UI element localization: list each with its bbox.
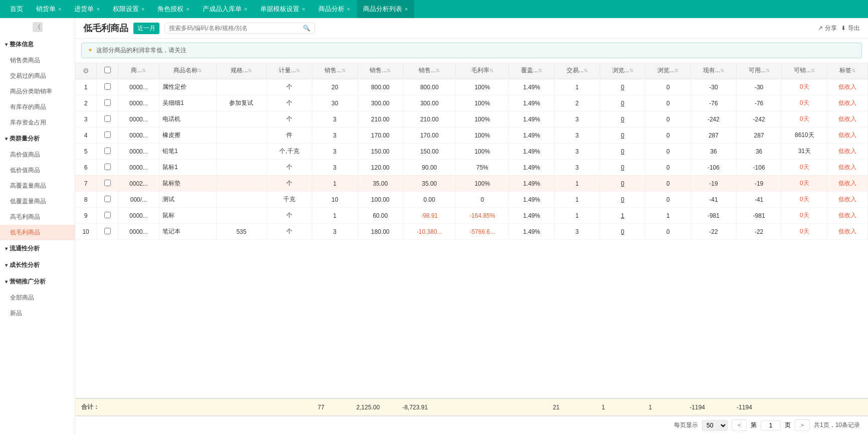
nav-close-销货单[interactable]: × (58, 6, 61, 12)
row-checkbox[interactable] (104, 148, 111, 154)
td-code: 0000... (118, 160, 159, 176)
td-trade: 3 (555, 127, 600, 143)
export-button[interactable]: ⬇ 导出 (841, 24, 860, 33)
td-tag: 低收入 (827, 208, 868, 224)
sidebar-section-营销推广分析[interactable]: ▾营销推广分析 (0, 273, 75, 290)
td-browse2: 0 (645, 79, 691, 95)
nav-item-商品分析[interactable]: 商品分析× (312, 0, 356, 18)
td-browse2: 0 (645, 95, 691, 111)
sidebar-item-高覆盖量商品[interactable]: 高覆盖量商品 (0, 178, 75, 194)
td-checkbox (97, 160, 118, 176)
row-checkbox[interactable] (104, 212, 111, 218)
search-box: 🔍 (164, 23, 315, 34)
td-cover: 1.49% (509, 208, 555, 224)
arrow-icon: ▾ (5, 136, 8, 141)
sidebar-item-低覆盖量商品[interactable]: 低覆盖量商品 (0, 194, 75, 209)
sidebar: 《▾整体信息销售类商品交易过的商品商品分类助销率有库存的商品库存资金占用▾类群量… (0, 18, 75, 434)
sidebar-item-低价值商品[interactable]: 低价值商品 (0, 163, 75, 178)
td-browse1[interactable]: 0 (600, 224, 645, 240)
td-browse1[interactable]: 0 (600, 143, 645, 160)
th-settings[interactable]: ⚙ (75, 62, 97, 79)
page-size-select[interactable]: 50 100 (702, 420, 728, 431)
nav-close-产成品入库单[interactable]: × (244, 6, 247, 12)
period-button[interactable]: 近一月 (133, 23, 159, 34)
prev-page-button[interactable]: ＜ (732, 419, 747, 431)
td-browse1[interactable]: 1 (600, 208, 645, 224)
search-icon[interactable]: 🔍 (303, 25, 310, 32)
nav-item-销货单[interactable]: 销货单× (30, 0, 67, 18)
settings-icon[interactable]: ⚙ (83, 67, 89, 75)
share-label: 分享 (825, 24, 837, 33)
sidebar-item-销售类商品[interactable]: 销售类商品 (0, 53, 75, 68)
td-browse1[interactable]: 0 (600, 95, 645, 111)
td-browse1[interactable]: 0 (600, 127, 645, 143)
footer-available: -1194 (721, 404, 768, 411)
td-current: -41 (691, 192, 737, 208)
nav-close-单据模板设置[interactable]: × (302, 6, 305, 12)
sidebar-item-全部商品[interactable]: 全部商品 (0, 290, 75, 306)
nav-item-商品分析列表[interactable]: 商品分析列表× (357, 0, 414, 18)
nav-item-首页[interactable]: 首页 (4, 0, 29, 18)
search-input[interactable] (169, 25, 301, 32)
share-button[interactable]: ↗ 分享 (818, 24, 837, 33)
th-sales-qty: 销售...⇅ (312, 62, 358, 79)
table-body: 1 0000... 属性定价 个 20 800.00 800.00 100% 1… (75, 79, 868, 240)
nav-item-单据模板设置[interactable]: 单据模板设置× (254, 0, 311, 18)
td-browse1[interactable]: 0 (600, 176, 645, 192)
nav-close-权限设置[interactable]: × (141, 6, 144, 12)
page-title: 低毛利商品 (83, 22, 128, 34)
nav-item-进货单[interactable]: 进货单× (68, 0, 105, 18)
td-unit: 千克 (267, 192, 312, 208)
nav-item-角色授权[interactable]: 角色授权× (151, 0, 195, 18)
td-browse1[interactable]: 0 (600, 192, 645, 208)
sidebar-item-库存资金占用[interactable]: 库存资金占用 (0, 115, 75, 130)
row-checkbox[interactable] (104, 115, 111, 122)
nav-item-产成品入库单[interactable]: 产成品入库单× (197, 0, 253, 18)
sidebar-section-成长性分析[interactable]: ▾成长性分析 (0, 257, 75, 273)
sidebar-item-高价值商品[interactable]: 高价值商品 (0, 147, 75, 163)
sidebar-item-有库存的商品[interactable]: 有库存的商品 (0, 99, 75, 115)
nav-close-角色授权[interactable]: × (186, 6, 189, 12)
sidebar-item-商品分类助销率[interactable]: 商品分类助销率 (0, 84, 75, 99)
table-container: ⚙ 商...⇅ 商品名称⇅ 规格...⇅ 计量...⇅ 销售...⇅ 销售...… (75, 62, 868, 398)
content-area: 低毛利商品 近一月 🔍 ↗ 分享 ⬇ 导出 ✦ 这部分商品的利润非常低，请关注 (75, 18, 868, 434)
td-browse1[interactable]: 0 (600, 160, 645, 176)
td-browse1[interactable]: 0 (600, 111, 645, 127)
footer-label: 合计： (81, 403, 99, 411)
td-no: 1 (75, 79, 97, 95)
row-checkbox[interactable] (104, 164, 111, 170)
row-checkbox[interactable] (104, 83, 111, 90)
nav-close-进货单[interactable]: × (96, 6, 99, 12)
sidebar-item-低毛利商品[interactable]: 低毛利商品 (0, 225, 75, 240)
th-current: 现有...⇅ (691, 62, 737, 79)
sidebar-collapse-btn[interactable]: 《 (33, 22, 43, 32)
row-checkbox[interactable] (104, 180, 111, 186)
footer-current: -1194 (674, 404, 721, 411)
nav-item-权限设置[interactable]: 权限设置× (107, 0, 150, 18)
td-browse1[interactable]: 0 (600, 79, 645, 95)
sidebar-item-高毛利商品[interactable]: 高毛利商品 (0, 209, 75, 225)
nav-close-商品分析列表[interactable]: × (405, 6, 408, 12)
row-checkbox[interactable] (104, 131, 111, 138)
td-browse2: 1 (645, 208, 691, 224)
td-no: 7 (75, 176, 97, 192)
row-checkbox[interactable] (104, 196, 111, 202)
export-label: 导出 (848, 24, 860, 33)
select-all-checkbox[interactable] (104, 67, 111, 73)
td-tag: 低收入 (827, 143, 868, 160)
page-input[interactable] (761, 420, 781, 430)
sidebar-item-交易过的商品[interactable]: 交易过的商品 (0, 68, 75, 84)
row-checkbox[interactable] (104, 228, 111, 234)
td-sales-qty: 3 (312, 224, 358, 240)
sidebar-section-类群量分析[interactable]: ▾类群量分析 (0, 130, 75, 147)
sidebar-item-新品[interactable]: 新品 (0, 306, 75, 321)
td-tag: 低收入 (827, 224, 868, 240)
td-browse2: 0 (645, 160, 691, 176)
row-checkbox[interactable] (104, 99, 111, 106)
next-page-button[interactable]: ＞ (795, 419, 810, 431)
sidebar-section-整体信息[interactable]: ▾整体信息 (0, 36, 75, 53)
td-sales-qty: 30 (312, 95, 358, 111)
nav-close-商品分析[interactable]: × (347, 6, 350, 12)
footer-sales-price: 2,125.00 (344, 404, 392, 411)
sidebar-section-流通性分析[interactable]: ▾流通性分析 (0, 240, 75, 257)
